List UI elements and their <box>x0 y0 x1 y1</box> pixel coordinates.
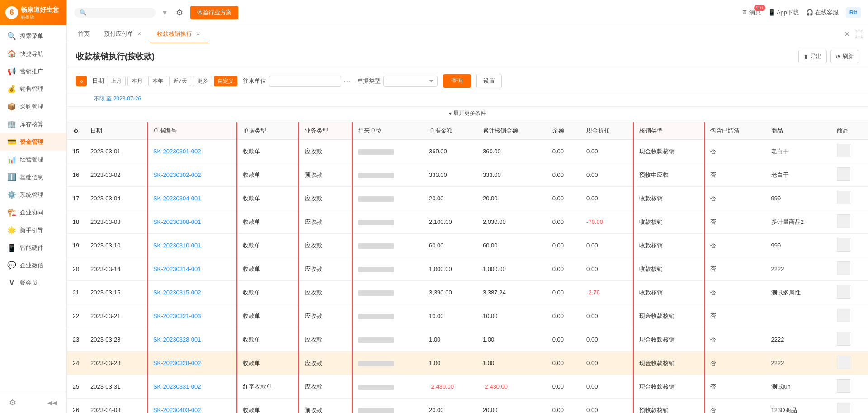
doc-no-link[interactable]: SK-20230301-002 <box>153 148 201 155</box>
filter-receipt-type-label: 单据类型 <box>357 77 381 85</box>
info-icon: ℹ️ <box>7 173 16 181</box>
cell-biz-type: 应收款 <box>299 140 352 163</box>
cell-goods2 <box>831 375 868 399</box>
cell-balance: 0.00 <box>547 163 581 187</box>
cell-doc-no: SK-20230310-001 <box>147 234 237 257</box>
sidebar-item-basic[interactable]: ℹ️ 基础信息 <box>0 168 66 186</box>
doc-no-link[interactable]: SK-20230328-002 <box>153 360 201 366</box>
filter-btn-this-month[interactable]: 本月 <box>127 76 146 86</box>
doc-no-link[interactable]: SK-20230331-002 <box>153 383 201 390</box>
tab-prepay[interactable]: 预付应付单 ✕ <box>97 25 150 43</box>
expand-more-btn[interactable]: ▾ 展开更多条件 <box>449 109 486 117</box>
filter-btn-more[interactable]: 更多 <box>193 76 212 86</box>
sidebar-item-operations[interactable]: 📊 经营管理 <box>0 151 66 168</box>
doc-no-link[interactable]: SK-20230315-002 <box>153 289 201 296</box>
tab-collection-close[interactable]: ✕ <box>195 31 201 37</box>
table-row: 19 2023-03-10 SK-20230310-001 收款单 应收款 60… <box>67 234 868 257</box>
cell-seq: 16 <box>67 163 85 187</box>
receipt-type-select[interactable] <box>383 76 438 87</box>
tabbar-expand-btn[interactable]: ⛶ <box>854 28 864 40</box>
industry-btn[interactable]: 体验行业方案 <box>190 6 238 19</box>
doc-no-link[interactable]: SK-20230314-001 <box>153 266 201 272</box>
sidebar-item-wechat[interactable]: 💬 企业微信 <box>0 256 66 274</box>
sidebar-item-search[interactable]: 🔍 搜索菜单 <box>0 27 66 45</box>
doc-no-link[interactable]: SK-20230308-001 <box>153 218 201 225</box>
sidebar-item-sales[interactable]: 💰 销售管理 <box>0 80 66 98</box>
sidebar-item-hardware[interactable]: 📱 智能硬件 <box>0 239 66 256</box>
cell-goods: 2222 <box>766 351 831 375</box>
doc-no-link[interactable]: SK-20230321-003 <box>153 313 201 319</box>
refresh-label: 刷新 <box>842 52 854 61</box>
query-btn[interactable]: 查询 <box>443 74 471 88</box>
cell-amount: -2,430.00 <box>424 375 477 399</box>
cell-doc-type: 收款单 <box>237 163 299 187</box>
filter-toggle-btn[interactable]: » <box>76 76 87 86</box>
th-doc-no: 单据编号 <box>147 122 237 140</box>
sidebar-item-finance[interactable]: 💳 资金管理 <box>0 133 66 151</box>
th-doc-type: 单据类型 <box>237 122 299 140</box>
cell-writeoff-amount: 60.00 <box>477 234 547 257</box>
th-goods: 商品 <box>766 122 831 140</box>
cell-date: 2023-03-15 <box>85 281 147 304</box>
table-scroll[interactable]: ⚙ 日期 单据编号 单据类型 业务类型 往来单位 单据金额 累计核销金额 余额 … <box>67 122 868 413</box>
filter-partner-label: 往来单位 <box>243 77 266 85</box>
page-content: 收款核销执行(按收款) ⬆ 导出 ↺ 刷新 » 日期 上月 本月 <box>67 43 868 413</box>
cell-goods: 2222 <box>766 257 831 281</box>
filter-custom-btn[interactable]: 自定义 <box>214 76 237 86</box>
topbar-dropdown-btn[interactable]: ▾ <box>161 6 169 19</box>
table-row: 26 2023-04-03 SK-20230403-002 收款单 预收款 20… <box>67 399 868 413</box>
sidebar-item-guide[interactable]: 🌟 新手引导 <box>0 221 66 239</box>
table-row: 25 2023-03-31 SK-20230331-002 红字收款单 应收款 … <box>67 375 868 399</box>
cell-goods2 <box>831 210 868 234</box>
filter-expand-row: ▾ 展开更多条件 <box>67 107 868 122</box>
refresh-btn[interactable]: ↺ 刷新 <box>830 50 859 63</box>
tabbar-close-btn[interactable]: ✕ <box>842 28 852 40</box>
cell-doc-type: 收款单 <box>237 234 299 257</box>
tab-home[interactable]: 首页 <box>71 25 97 43</box>
cell-doc-no: SK-20230308-001 <box>147 210 237 234</box>
table-body: 15 2023-03-01 SK-20230301-002 收款单 应收款 36… <box>67 140 868 413</box>
sidebar-item-inventory[interactable]: 🏢 库存核算 <box>0 115 66 133</box>
sidebar-collapse-btn[interactable]: ◀◀ <box>46 397 59 408</box>
sidebar-item-marketing[interactable]: 📢 营销推广 <box>0 62 66 80</box>
filter-btn-last-month[interactable]: 上月 <box>107 76 126 86</box>
partner-input[interactable] <box>269 76 341 87</box>
cell-biz-type: 应收款 <box>299 281 352 304</box>
sidebar-item-system[interactable]: ⚙️ 系统管理 <box>0 186 66 204</box>
th-settings[interactable]: ⚙ <box>67 122 85 140</box>
cell-doc-type: 收款单 <box>237 281 299 304</box>
filter-btn-7days[interactable]: 近7天 <box>169 76 191 86</box>
tab-prepay-close[interactable]: ✕ <box>136 31 142 37</box>
enterprise-icon: 🏗️ <box>7 208 16 217</box>
cell-doc-type: 收款单 <box>237 210 299 234</box>
topbar-gear-btn[interactable]: ⚙ <box>174 6 185 19</box>
cell-goods: 测试多属性 <box>766 281 831 304</box>
messages-badge[interactable]: 🖥 消息 99+ <box>741 9 761 17</box>
export-btn[interactable]: ⬆ 导出 <box>798 50 827 63</box>
doc-no-link[interactable]: SK-20230403-002 <box>153 407 201 413</box>
doc-no-link[interactable]: SK-20230310-001 <box>153 242 201 249</box>
doc-no-link[interactable]: SK-20230328-001 <box>153 336 201 343</box>
settings-btn[interactable]: 设置 <box>476 74 502 88</box>
tab-collection[interactable]: 收款核销执行 ✕ <box>150 25 208 43</box>
sidebar-item-member[interactable]: V 畅会员 <box>0 274 66 291</box>
doc-no-link[interactable]: SK-20230302-002 <box>153 171 201 178</box>
money-icon: 💰 <box>7 85 16 93</box>
cell-writeoff-type: 现金收款核销 <box>633 328 704 351</box>
filter-btn-this-year[interactable]: 本年 <box>148 76 167 86</box>
topbar-right: 🖥 消息 99+ 📱 App下载 🎧 在线客服 Rit <box>741 7 861 18</box>
user-name[interactable]: Rit <box>846 7 861 18</box>
cell-writeoff-amount: 2,030.00 <box>477 210 547 234</box>
sidebar-item-purchase[interactable]: 📦 采购管理 <box>0 98 66 115</box>
app-download[interactable]: 📱 App下载 <box>768 9 799 17</box>
sidebar-settings-btn[interactable]: ⚙ <box>7 396 18 409</box>
doc-no-link[interactable]: SK-20230304-001 <box>153 195 201 202</box>
cell-balance: 0.00 <box>547 140 581 163</box>
cell-goods: 多计量商品2 <box>766 210 831 234</box>
table-row: 17 2023-03-04 SK-20230304-001 收款单 应收款 20… <box>67 187 868 210</box>
online-service[interactable]: 🎧 在线客服 <box>806 9 839 17</box>
topbar-search[interactable]: 🔍 <box>74 8 156 18</box>
cell-cash-discount: 0.00 <box>581 328 633 351</box>
sidebar-item-quicknav[interactable]: 🏠 快捷导航 <box>0 45 66 62</box>
sidebar-item-enterprise[interactable]: 🏗️ 企业协同 <box>0 204 66 221</box>
